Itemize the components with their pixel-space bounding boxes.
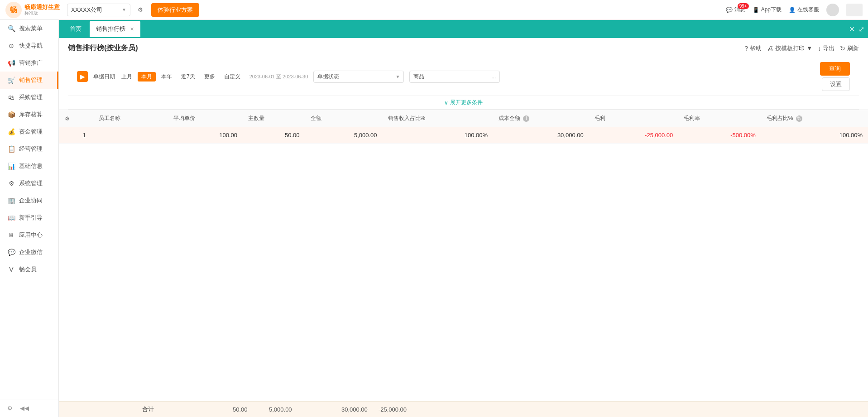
tab-home[interactable]: 首页 xyxy=(62,20,89,38)
sidebar-item-app-center[interactable]: 🖥 应用中心 xyxy=(0,226,58,244)
tab-restore-icon[interactable]: ⤢ xyxy=(858,25,864,34)
date-tab-this-year[interactable]: 本年 xyxy=(158,72,176,81)
th-gross: 毛利 xyxy=(589,110,679,127)
date-tab-custom[interactable]: 自定义 xyxy=(221,72,244,81)
sidebar-icon-guide: 📖 xyxy=(7,214,15,222)
date-tab-7days[interactable]: 近7天 xyxy=(177,72,199,81)
help-btn[interactable]: ? 帮助 xyxy=(744,44,762,53)
query-btn[interactable]: 查询 xyxy=(820,62,850,76)
table-footer: 合计 50.00 5,000.00 30,000.00 -25,000.00 xyxy=(59,401,868,417)
sidebar-item-guide[interactable]: 📖 新手引导 xyxy=(0,209,58,226)
date-tab-more[interactable]: 更多 xyxy=(201,72,219,81)
sidebar-item-member[interactable]: V 畅会员 xyxy=(0,261,58,278)
cell-avg-price-0: 100.00 xyxy=(168,127,243,144)
column-settings-icon[interactable]: ⚙ xyxy=(65,115,70,122)
sidebar-label-enterprise: 企业协同 xyxy=(19,197,43,205)
th-avg-price: 平均单价 xyxy=(168,110,243,127)
sidebar-label-operations: 经营管理 xyxy=(19,145,43,153)
footer-cost: 30,000.00 xyxy=(336,406,373,413)
goods-filter-select[interactable]: 商品 ... xyxy=(409,71,500,83)
expand-more-row[interactable]: ∨ 展开更多条件 xyxy=(68,96,859,110)
refresh-btn[interactable]: ↻ 刷新 xyxy=(840,44,859,53)
th-rank xyxy=(75,110,93,127)
print-btn[interactable]: 🖨 按模板打印 ▼ xyxy=(767,44,812,53)
cell-sales-ratio-0: 100.00% xyxy=(383,127,494,144)
footer-amount: 5,000.00 xyxy=(264,406,300,413)
table-container: ⚙ 员工名称 平均单价 主数量 全额 销售收入占比% 成本全额 i xyxy=(59,110,868,401)
company-selector[interactable]: XXXXX公司 ▼ xyxy=(67,4,130,16)
sidebar-item-quick-nav[interactable]: ⊙ 快捷导航 xyxy=(0,37,58,54)
cell-gross-0: -25,000.00 xyxy=(589,127,679,144)
online-service-btn[interactable]: 👤 在线客服 xyxy=(789,6,819,14)
cell-rank-0: 1 xyxy=(75,127,93,144)
user-name-area xyxy=(846,4,863,16)
th-gross-rate: 毛利率 xyxy=(678,110,761,127)
goods-filter-more[interactable]: ... xyxy=(491,73,496,80)
logo-icon: 畅 xyxy=(5,2,22,18)
sales-ranking-table: ⚙ 员工名称 平均单价 主数量 全额 销售收入占比% 成本全额 i xyxy=(59,110,868,144)
sidebar-settings-icon[interactable]: ⚙ xyxy=(7,405,13,412)
export-btn[interactable]: ↓ 导出 xyxy=(818,44,834,53)
content-title-row: 销售排行榜(按业务员) ? 帮助 🖨 按模板打印 ▼ xyxy=(68,43,859,53)
sidebar-item-operations[interactable]: 📋 经营管理 xyxy=(0,140,58,158)
app-download-icon: 📱 xyxy=(753,7,759,13)
sidebar-label-search: 搜索菜单 xyxy=(19,24,43,33)
export-icon: ↓ xyxy=(818,45,821,52)
sidebar-icon-finance: 💰 xyxy=(7,128,15,136)
tab-maximize-icon[interactable]: ✕ xyxy=(849,25,855,34)
goods-filter-label: 商品 xyxy=(413,73,424,81)
sidebar-icon-inventory: 📦 xyxy=(7,110,15,119)
date-tab-last-month[interactable]: 上月 xyxy=(118,72,136,81)
status-filter-select[interactable]: 单据状态 ▼ xyxy=(313,71,404,83)
sidebar-item-wechat[interactable]: 💬 企业微信 xyxy=(0,244,58,261)
sidebar-item-finance[interactable]: 💰 资金管理 xyxy=(0,123,58,140)
svg-text:畅: 畅 xyxy=(10,6,17,14)
filter-expand-btn[interactable]: ▶ xyxy=(77,71,88,82)
sidebar-item-inventory[interactable]: 📦 库存核算 xyxy=(0,106,58,123)
footer-gross: -25,000.00 xyxy=(373,406,412,413)
tab-sales-ranking[interactable]: 销售排行榜 ✕ xyxy=(90,21,140,37)
footer-quantity: 50.00 xyxy=(227,406,264,413)
status-select-arrow-icon: ▼ xyxy=(395,74,400,79)
sidebar-icon-app-center: 🖥 xyxy=(7,231,15,239)
export-label: 导出 xyxy=(823,44,834,53)
top-bar: 畅 畅康通好生意 标准版 XXXXX公司 ▼ ⚙ 体验行业方案 💬 消息 99+… xyxy=(0,0,868,20)
th-quantity: 主数量 xyxy=(243,110,305,127)
sidebar-collapse-icon[interactable]: ◀◀ xyxy=(20,405,29,412)
sidebar: 🔍 搜索菜单 ⊙ 快捷导航 📢 营销推广 🛒 销售管理 🛍 采购管理 📦 库存核… xyxy=(0,20,59,417)
table-header: ⚙ 员工名称 平均单价 主数量 全额 销售收入占比% 成本全额 i xyxy=(59,110,868,127)
experience-btn[interactable]: 体验行业方案 xyxy=(151,3,199,17)
avatar[interactable] xyxy=(826,4,839,16)
tab-close-icon[interactable]: ✕ xyxy=(130,26,134,32)
filter-bar: ▶ 单据日期 上月 本月 本年 近7天 更多 自定义 xyxy=(68,58,859,96)
sidebar-item-sales[interactable]: 🛒 销售管理 xyxy=(0,72,58,89)
sidebar-item-search[interactable]: 🔍 搜索菜单 xyxy=(0,20,58,37)
print-dropdown-icon[interactable]: ▼ xyxy=(806,45,812,52)
table-header-row: ⚙ 员工名称 平均单价 主数量 全额 销售收入占比% 成本全额 i xyxy=(59,110,868,127)
content-header: 销售排行榜(按业务员) ? 帮助 🖨 按模板打印 ▼ xyxy=(59,38,868,110)
date-filter-label: 单据日期 xyxy=(93,73,115,81)
sidebar-label-quick-nav: 快捷导航 xyxy=(19,42,43,50)
cost-info-icon[interactable]: i xyxy=(523,115,529,122)
sidebar-item-basic-info[interactable]: 📊 基础信息 xyxy=(0,158,58,175)
th-settings: ⚙ xyxy=(59,110,75,127)
sidebar-item-system[interactable]: ⚙ 系统管理 xyxy=(0,175,58,192)
expand-more-btn[interactable]: ∨ 展开更多条件 xyxy=(444,99,483,106)
sidebar-icon-search: 🔍 xyxy=(7,24,15,33)
sidebar-item-purchase[interactable]: 🛍 采购管理 xyxy=(0,89,58,106)
sidebar-icon-operations: 📋 xyxy=(7,145,15,153)
date-tabs: 上月 本月 本年 近7天 更多 自定义 xyxy=(118,72,244,81)
sidebar-item-marketing[interactable]: 📢 营销推广 xyxy=(0,54,58,72)
message-btn[interactable]: 💬 消息 99+ xyxy=(726,6,745,14)
filter-setting-btn[interactable]: 设置 xyxy=(822,77,850,91)
settings-icon-btn[interactable]: ⚙ xyxy=(134,4,147,16)
gross-ratio-info-icon[interactable]: % xyxy=(796,115,802,122)
date-tab-this-month[interactable]: 本月 xyxy=(138,72,156,81)
sidebar-item-enterprise[interactable]: 🏢 企业协同 xyxy=(0,192,58,209)
date-range-display: 2023-06-01 至 2023-06-30 xyxy=(249,73,308,80)
table-row: 1 100.00 50.00 5,000.00 100.00% 30,000.0… xyxy=(59,127,868,144)
app-download-btn[interactable]: 📱 App下载 xyxy=(753,6,782,14)
header-actions: ? 帮助 🖨 按模板打印 ▼ ↓ 导出 xyxy=(744,44,859,53)
sidebar-icon-quick-nav: ⊙ xyxy=(7,42,15,50)
cell-amount-0: 5,000.00 xyxy=(305,127,383,144)
